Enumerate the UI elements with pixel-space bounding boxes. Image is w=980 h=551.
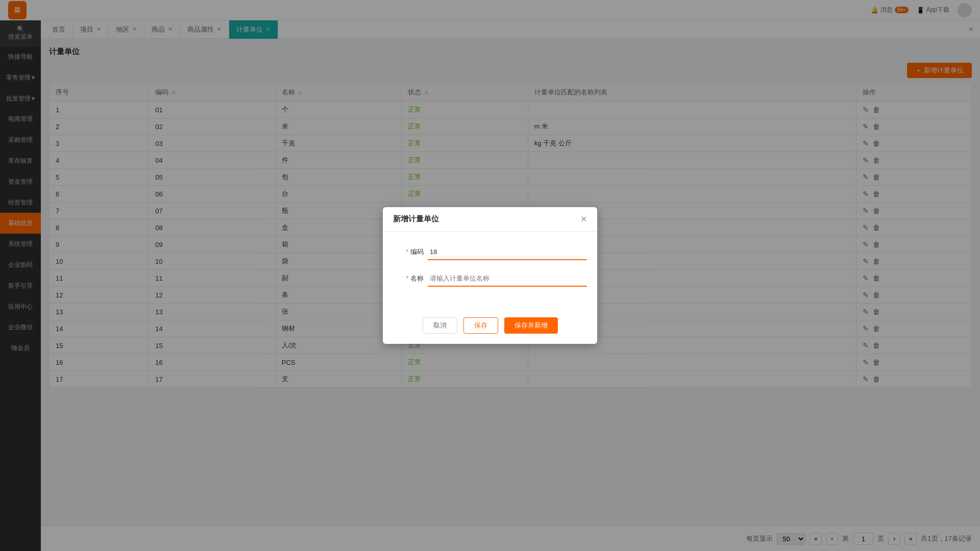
modal-add-unit: 新增计量单位 ✕ 编码 名称 取消 保存 保存并新增 — [383, 207, 597, 344]
modal-overlay[interactable]: 新增计量单位 ✕ 编码 名称 取消 保存 保存并新增 — [0, 0, 980, 551]
name-label: 名称 — [393, 274, 424, 283]
cancel-button[interactable]: 取消 — [423, 317, 457, 334]
modal-footer: 取消 保存 保存并新增 — [383, 309, 597, 344]
modal-title: 新增计量单位 — [393, 214, 439, 224]
modal-body: 编码 名称 — [383, 232, 597, 309]
name-input[interactable] — [428, 270, 587, 287]
save-new-button[interactable]: 保存并新增 — [504, 317, 558, 334]
form-row-code: 编码 — [393, 244, 587, 260]
modal-close-button[interactable]: ✕ — [580, 214, 587, 224]
save-button[interactable]: 保存 — [463, 317, 498, 334]
form-row-name: 名称 — [393, 270, 587, 287]
modal-header: 新增计量单位 ✕ — [383, 207, 597, 232]
code-label: 编码 — [393, 247, 424, 257]
code-input[interactable] — [428, 244, 587, 260]
